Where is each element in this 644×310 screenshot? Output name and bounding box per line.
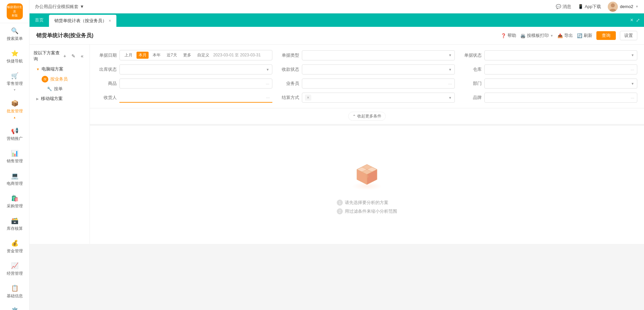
system-icon: ⚙️ [11,307,18,310]
date-this-year[interactable]: 本年 [151,52,163,59]
export-button[interactable]: 📤 导出 [557,33,573,39]
brand-label: 品牌 [462,95,482,101]
sidebar-item-marketing[interactable]: 📢 营销推广 [0,123,29,146]
empty-state: ? 1 请先选择要分析的方案 2 用过滤条件来缩小分析范围 [90,126,644,244]
retail-icon: 🛒 [11,72,18,80]
filter-panel: 单据日期 上月 本月 本年 近7天 更多 自定义 2023-03-01 至 20… [90,45,644,244]
sidebar: 畅捷通好生意 标版 🔍 搜索菜单 ⭐ 快捷导航 🛒 零售管理 ▾ 📦 批发管理 … [0,0,30,310]
page-header: 销货单统计表(按业务员) ❓ 帮助 🖨️ 按模板打印 ▼ 📤 导出 🔄 刷 [30,27,644,45]
date-more[interactable]: 更多 [181,52,193,59]
sidebar-item-search[interactable]: 🔍 搜索菜单 [0,23,29,46]
doc-status-label: 单据状态 [462,52,482,58]
date-last-month[interactable]: 上月 [122,52,135,59]
main-area: 办公用品行业模拟账套 ▼ 💬 消息 📱 App下载 demo2 ▼ 首页 [30,0,644,310]
help-button[interactable]: ❓ 帮助 [501,33,516,39]
avatar [608,2,618,12]
receiver-input[interactable]: ··· [119,93,272,103]
sidebar-item-sales[interactable]: 📊 销售管理 [0,146,29,168]
warehouse-dots: ··· [631,67,634,72]
logo-area: 畅捷通好生意 标版 [0,0,29,23]
settings-button[interactable]: 设置 [620,31,637,40]
add-scheme-button[interactable]: + [61,53,68,59]
tree-child-salesperson[interactable]: 按 按业务员 [30,74,90,84]
user-chevron-icon: ▼ [635,5,639,8]
print-icon: 🖨️ [520,33,526,38]
sidebar-item-label: 库存核算 [7,226,23,231]
template-print-button[interactable]: 🖨️ 按模板打印 ▼ [520,33,553,39]
edit-scheme-button[interactable]: ✎ [70,53,77,59]
message-button[interactable]: 💬 消息 [556,4,571,10]
salesperson-label: 业务员 [279,81,299,87]
inventory-icon: 🗃️ [11,217,18,224]
export-label: 导出 [564,33,573,39]
tree-subchild-order[interactable]: 🔧 按单 [30,84,90,94]
brand-dots: ··· [631,95,634,100]
salesperson-input[interactable]: ··· [302,79,455,89]
close-window-button[interactable]: × [630,17,633,23]
out-status-arrow-icon: ▼ [266,68,269,71]
collapse-label: 收起更多条件 [357,113,381,119]
date-this-month[interactable]: 本月 [137,52,149,59]
collapse-button[interactable]: ⌃ 收起更多条件 [348,112,386,121]
settlement-tag-close[interactable]: × [307,95,309,100]
sidebar-item-ecommerce[interactable]: 💻 电商管理 [0,168,29,191]
tree-item-pc[interactable]: ▼ 电脑端方案 [30,64,90,74]
filter-row-date: 单据日期 上月 本月 本年 近7天 更多 自定义 2023-03-01 至 20… [97,50,272,60]
date-filter[interactable]: 上月 本月 本年 近7天 更多 自定义 2023-03-01 至 2023-03… [119,50,272,60]
tree-item-mobile[interactable]: ▶ 移动端方案 [30,94,90,104]
receiver-label: 收货人 [97,95,117,101]
settlement-select[interactable]: × ▼ [302,93,455,103]
filter-section: 单据日期 上月 本月 本年 近7天 更多 自定义 2023-03-01 至 20… [90,45,644,108]
workspace-selector[interactable]: 办公用品行业模拟账套 ▼ [35,4,84,10]
help-icon: ❓ [501,33,506,38]
brand-input[interactable]: ··· [484,93,637,103]
chevron-up-icon: ▴ [14,115,15,119]
collapse-row: ⌃ 收起更多条件 [90,108,644,124]
sidebar-item-system[interactable]: ⚙️ 系统管理 [0,303,29,310]
chevron-up-icon: ⌃ [353,114,356,119]
tree-subchild-label: 按单 [54,86,63,92]
sidebar-item-basic[interactable]: 📋 基础信息 [0,280,29,303]
sidebar-item-wholesale[interactable]: 📦 批发管理 ▴ [0,96,29,123]
user-area[interactable]: demo2 ▼ [608,2,639,12]
product-input[interactable]: ··· [119,79,272,89]
workspace-title: 办公用品行业模拟账套 [35,4,78,10]
sidebar-item-inventory[interactable]: 🗃️ 库存核算 [0,213,29,236]
date-7days[interactable]: 近7天 [165,52,179,59]
date-label: 单据日期 [97,52,117,58]
sidebar-item-finance[interactable]: 💰 资金管理 [0,236,29,258]
query-button[interactable]: 查询 [596,31,616,40]
app-download-button[interactable]: 📱 App下载 [578,4,601,10]
receipt-status-label: 收款状态 [279,66,299,72]
sidebar-item-quick[interactable]: ⭐ 快捷导航 [0,46,29,68]
purchase-icon: 🛍️ [11,195,18,202]
department-select[interactable]: ▼ [484,79,637,89]
sidebar-item-label: 经营管理 [7,271,23,276]
empty-tip-1: 1 请先选择要分析的方案 [337,200,397,206]
sidebar-item-retail[interactable]: 🛒 零售管理 ▾ [0,68,29,96]
receipt-status-select[interactable]: ▼ [302,64,455,74]
settlement-tag: × [305,95,311,101]
tab-close-button[interactable]: × [109,18,111,23]
product-dots: ··· [266,81,269,86]
message-icon: 💬 [556,4,561,9]
print-chevron-icon: ▼ [550,34,553,38]
refresh-button[interactable]: 🔄 刷新 [577,33,592,39]
sidebar-item-purchase[interactable]: 🛍️ 采购管理 [0,191,29,213]
marketing-icon: 📢 [11,127,18,135]
sales-icon: 📊 [11,150,18,157]
out-status-select[interactable]: ▼ [119,64,272,74]
sidebar-item-operation[interactable]: 📈 经营管理 [0,258,29,280]
warehouse-input[interactable]: ··· [484,64,637,74]
sidebar-item-label: 采购管理 [7,203,23,209]
ecommerce-icon: 💻 [11,172,18,179]
date-custom[interactable]: 自定义 [195,52,211,59]
doc-type-select[interactable]: ▼ [302,50,455,60]
doc-status-select[interactable]: ▼ [484,50,637,60]
tab-sales-report[interactable]: 销货单统计表（按业务员） × [49,15,116,27]
expand-window-button[interactable]: ⤢ [636,17,640,23]
tab-home[interactable]: 首页 [30,13,49,27]
tab-home-label: 首页 [35,17,44,23]
collapse-panel-button[interactable]: « [79,53,86,59]
page-title: 销货单统计表(按业务员) [36,32,94,39]
